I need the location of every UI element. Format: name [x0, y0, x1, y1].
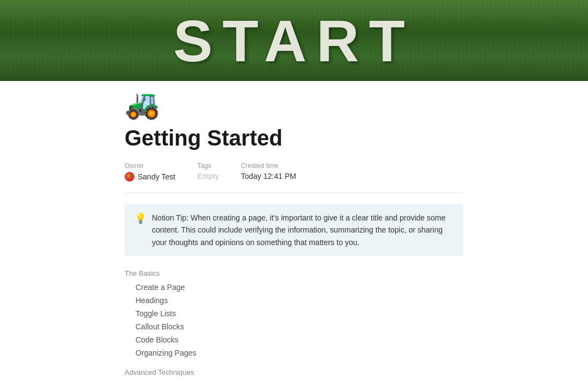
- created-label: Created time: [241, 162, 296, 170]
- page-emoji: 🚜: [125, 90, 463, 118]
- toc-list-item[interactable]: Callout Blocks: [125, 320, 463, 333]
- advanced-section-header: Advanced Techniques: [125, 368, 463, 376]
- page-title: Getting Started: [125, 125, 463, 151]
- toc-list-item[interactable]: Organizing Pages: [125, 346, 463, 359]
- basics-section-header: The Basics: [125, 269, 463, 277]
- toc-link[interactable]: Create a Page: [136, 283, 185, 292]
- toc-link[interactable]: Callout Blocks: [136, 322, 184, 331]
- toc-link[interactable]: Code Blocks: [136, 335, 179, 344]
- toc-list-item[interactable]: Headings: [125, 294, 463, 307]
- hero-banner: START: [0, 0, 588, 81]
- toc-list-item[interactable]: Create a Page: [125, 281, 463, 294]
- toc-link[interactable]: Organizing Pages: [136, 349, 196, 357]
- callout-text: Notion Tip: When creating a page, it's i…: [152, 212, 454, 248]
- tags-value: Empty: [197, 172, 219, 181]
- owner-label: Owner: [125, 162, 175, 170]
- callout-emoji: 💡: [134, 212, 146, 224]
- owner-field: Owner 🍓 Sandy Test: [125, 162, 175, 182]
- hero-text: START: [173, 7, 415, 75]
- owner-value: 🍓 Sandy Test: [125, 172, 175, 182]
- toc-link[interactable]: Headings: [136, 296, 168, 305]
- page-content: 🚜 Getting Started Owner 🍓 Sandy Test Tag…: [48, 90, 540, 376]
- tags-label: Tags: [197, 162, 219, 170]
- owner-name: Sandy Test: [138, 172, 175, 181]
- toc-list-item[interactable]: Code Blocks: [125, 333, 463, 346]
- callout-box: 💡 Notion Tip: When creating a page, it's…: [125, 204, 463, 256]
- metadata-section: Owner 🍓 Sandy Test Tags Empty Created ti…: [125, 162, 463, 193]
- basics-toc-list: Create a PageHeadingsToggle ListsCallout…: [125, 281, 463, 359]
- owner-avatar: 🍓: [125, 172, 134, 182]
- tags-field: Tags Empty: [197, 162, 219, 182]
- created-value: Today 12:41 PM: [241, 172, 296, 181]
- toc-link[interactable]: Toggle Lists: [136, 309, 176, 318]
- created-field: Created time Today 12:41 PM: [241, 162, 296, 182]
- toc-list-item[interactable]: Toggle Lists: [125, 307, 463, 320]
